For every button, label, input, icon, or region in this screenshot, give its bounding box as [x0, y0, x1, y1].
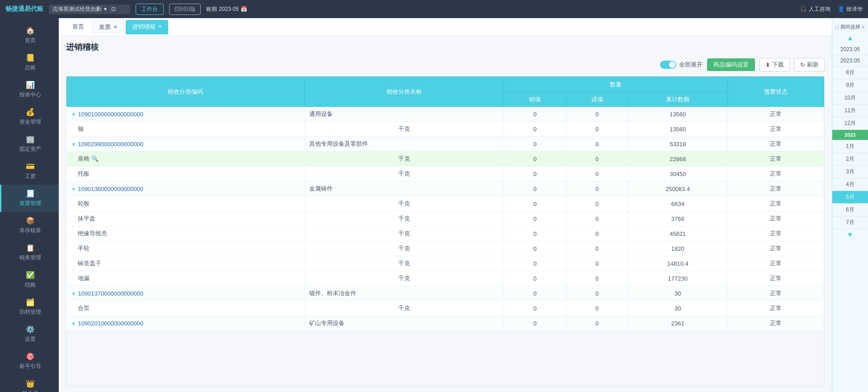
- unit-cell: 千克: [304, 122, 504, 137]
- status-cell: 正常: [727, 137, 824, 152]
- sidebar-item-inventory[interactable]: 📦 库存核算: [0, 212, 59, 239]
- table-row: 合页 千克 0 0 30 正常: [67, 301, 824, 316]
- expand-icon[interactable]: ▼: [71, 142, 76, 147]
- expand-icon[interactable]: ▼: [71, 186, 76, 192]
- sale-qty-cell: 0: [504, 271, 566, 286]
- sidebar-item-tax[interactable]: 📋 税务管理: [0, 239, 59, 266]
- period-item[interactable]: 1月: [832, 140, 868, 153]
- user-profile[interactable]: 👤 徐泽华: [838, 5, 863, 13]
- period-item[interactable]: 6月: [832, 204, 868, 216]
- period-item[interactable]: 2023.05: [832, 44, 868, 55]
- period-item[interactable]: 10月: [832, 92, 868, 105]
- sidebar-item-checkout[interactable]: ✅ 结账: [0, 266, 59, 293]
- purchase-qty-cell: 0: [566, 241, 628, 256]
- status-cell: 正常: [727, 196, 824, 211]
- close-icon[interactable]: ✕: [113, 25, 117, 29]
- period-item[interactable]: 12月: [832, 117, 868, 130]
- period-item[interactable]: 5月: [832, 191, 868, 204]
- download-button[interactable]: ⬇ 下载: [760, 58, 790, 72]
- sidebar-item-invoice[interactable]: 🧾 发票管理: [0, 185, 59, 212]
- period-display: 账期 2023-05 📅: [206, 5, 247, 13]
- sidebar-item-settings[interactable]: ⚙️ 设置: [0, 320, 59, 348]
- calendar-icon[interactable]: 📅: [241, 6, 247, 12]
- sidebar-item-label: 报表中心: [19, 91, 41, 99]
- item-name-cell: 轮毂: [67, 196, 305, 211]
- tab-bar: 首页 发票 ✕ 进销稽核 ✕: [59, 18, 832, 36]
- sale-qty-cell: 0: [504, 256, 566, 271]
- data-table-wrapper: 税收分类编码 税收分类名称 数量 预警状态 销项 进项 累计数额: [66, 76, 825, 387]
- period-item[interactable]: 4月: [832, 178, 868, 191]
- unit-cell: 千克: [304, 196, 504, 211]
- scroll-down-button[interactable]: ▼: [845, 229, 856, 241]
- tab-invoice[interactable]: 发票 ✕: [92, 20, 124, 34]
- period-item[interactable]: 7月: [832, 216, 868, 229]
- item-name-cell: 合页: [67, 301, 305, 316]
- close-panel-icon[interactable]: ✕: [861, 24, 865, 30]
- main-layout: 🏠 首页 📒 总账 📊 报表中心 💰 资金管理 🏢 固定资产 💳 工资 🧾 发票…: [0, 18, 868, 392]
- product-code-button[interactable]: 商品编码设置: [707, 58, 755, 71]
- total-qty-cell: 30: [628, 286, 727, 301]
- close-icon[interactable]: ✕: [158, 24, 162, 29]
- expand-icon[interactable]: ▼: [71, 112, 76, 117]
- toggle-switch[interactable]: [660, 61, 676, 69]
- unit-cell: 千克: [304, 301, 504, 316]
- refresh-button[interactable]: ↻ 刷新: [794, 58, 825, 72]
- sidebar-item-vip[interactable]: 👑 畅会员: [0, 375, 59, 392]
- expand-icon[interactable]: ▼: [71, 291, 76, 296]
- period-item[interactable]: 2023: [832, 130, 868, 140]
- vip-icon: 👑: [26, 379, 35, 388]
- col-tax-name: 税收分类名称: [304, 77, 504, 107]
- sidebar-item-label: 税务管理: [19, 254, 41, 262]
- sidebar-item-payroll[interactable]: 💳 工资: [0, 158, 59, 185]
- workbench-button[interactable]: 工作台: [136, 4, 164, 15]
- col-warning: 预警状态: [727, 77, 824, 107]
- table-row: ▼10902010000000000000 矿山专用设备 0 0 2361 正常: [67, 316, 824, 331]
- expand-all-toggle[interactable]: 全部展开: [660, 61, 703, 69]
- period-item[interactable]: 3月: [832, 166, 868, 178]
- tab-home[interactable]: 首页: [66, 20, 90, 34]
- period-item[interactable]: 8月: [832, 67, 868, 79]
- sidebar-item-ledger[interactable]: 📒 总账: [0, 49, 59, 76]
- sidebar-item-funds[interactable]: 💰 资金管理: [0, 103, 59, 130]
- unit-cell: 千克: [304, 241, 504, 256]
- sidebar-item-reports[interactable]: 📊 报表中心: [0, 76, 59, 103]
- reports-icon: 📊: [26, 81, 35, 89]
- toggle-knob: [669, 62, 675, 68]
- total-qty-cell: 177230: [628, 271, 727, 286]
- item-name-cell: 托板: [67, 167, 305, 182]
- sidebar-item-label: 发票管理: [19, 200, 41, 207]
- status-cell: 正常: [727, 152, 824, 167]
- sidebar-item-archive[interactable]: 🗂️ 归档管理: [0, 293, 59, 320]
- period-item[interactable]: 9月: [832, 79, 868, 92]
- search-icon[interactable]: 🔍: [91, 155, 99, 162]
- period-item[interactable]: 2月: [832, 153, 868, 166]
- period-list: 2023.052023.058月9月10月11月12月20231月2月3月4月5…: [832, 44, 868, 229]
- company-selector[interactable]: 沈海英测试经营勿删 ▾ ⊡: [49, 5, 130, 14]
- total-qty-cell: 1820: [628, 241, 727, 256]
- period-item[interactable]: 2023.05: [832, 55, 868, 67]
- support-button[interactable]: 🎧 人工咨询: [800, 5, 830, 13]
- expand-icon[interactable]: ▼: [71, 321, 76, 326]
- purchase-qty-cell: 0: [566, 182, 628, 196]
- archive-icon: 🗂️: [26, 298, 35, 306]
- scroll-up-button[interactable]: ▲: [845, 32, 856, 44]
- expand-all-label: 全部展开: [679, 61, 703, 69]
- sale-qty-cell: 0: [504, 167, 566, 182]
- top-bar: 畅捷通易代账 沈海英测试经营勿删 ▾ ⊡ 工作台 切到旧版 账期 2023-05…: [0, 0, 868, 18]
- old-version-button[interactable]: 切到旧版: [169, 4, 201, 15]
- sidebar-item-guide[interactable]: 🎯 新手引导: [0, 348, 59, 375]
- tax-name-cell: 锻件、粉末冶金件: [304, 286, 504, 301]
- expand-panel-icon[interactable]: ⟩⟩: [835, 24, 840, 30]
- headset-icon: 🎧: [800, 6, 807, 12]
- tab-reconcile[interactable]: 进销稽核 ✕: [126, 20, 168, 34]
- unit-cell: 千克: [304, 167, 504, 182]
- table-row: 轮毂 千克 0 0 6634 正常: [67, 196, 824, 211]
- sale-qty-cell: 0: [504, 301, 566, 316]
- content-area: 首页 发票 ✕ 进销稽核 ✕ 进销稽核 全部展开: [59, 18, 832, 392]
- sidebar-item-label: 工资: [25, 172, 36, 180]
- sidebar-item-home[interactable]: 🏠 首页: [0, 22, 59, 49]
- period-item[interactable]: 11月: [832, 105, 868, 117]
- sidebar-item-assets[interactable]: 🏢 固定资产: [0, 130, 59, 158]
- right-panel: ⟩⟩ 期间选择 ✕ ▲ 2023.052023.058月9月10月11月12月2…: [832, 18, 868, 392]
- table-row: 绝缘导线壳 千克 0 0 45821 正常: [67, 226, 824, 241]
